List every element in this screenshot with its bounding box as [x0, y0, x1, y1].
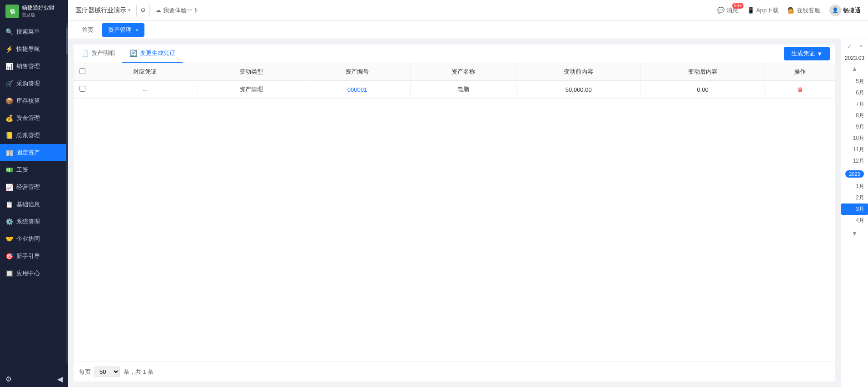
year-badge[interactable]: 2023	[845, 170, 863, 178]
collapse-icon[interactable]: ◀	[57, 375, 63, 383]
tab-close-icon[interactable]: ×	[135, 27, 138, 33]
guide-icon: 🎯	[5, 253, 13, 260]
tab-asset-management[interactable]: 资产管理 ×	[102, 23, 144, 37]
sidebar-item-sales[interactable]: 📊 销售管理	[0, 58, 68, 75]
sidebar-item-purchase[interactable]: 🛒 采购管理	[0, 75, 68, 92]
tab-home[interactable]: 首页	[75, 23, 100, 37]
month-2[interactable]: 2月	[841, 192, 868, 203]
sidebar-item-label: 基础信息	[16, 200, 40, 208]
topbar: 医疗器械行业演示 ▾ ⚙ ☁ 我要体验一下 💬 消息 99+ 📱 App下载 💁…	[68, 0, 868, 21]
panel-close-button[interactable]: ×	[856, 41, 866, 51]
sidebar-item-label: 库存核算	[16, 97, 40, 105]
month-6[interactable]: 6月	[841, 87, 868, 99]
row-before: 50,000.00	[516, 81, 640, 99]
month-4[interactable]: 4月	[841, 215, 868, 226]
experience-label: 我要体验一下	[163, 6, 198, 15]
sidebar-item-guide[interactable]: 🎯 新手引导	[0, 248, 68, 265]
app-download-label: App下载	[756, 6, 779, 15]
settings-bottom-icon[interactable]: ⚙	[5, 375, 12, 383]
page-content: 📄 资产明细 🔄 变更生成凭证 生成凭证 ▼	[68, 39, 868, 387]
search-icon: 🔍	[5, 28, 13, 35]
per-page-label: 每页	[79, 368, 91, 376]
table-row: -- 资产清理 000001 电脑 50,000.00 0.00 🗑	[74, 81, 835, 99]
month-3[interactable]: 3月	[841, 203, 868, 215]
month-12[interactable]: 12月	[841, 155, 868, 167]
inner-tab-row: 📄 资产明细 🔄 变更生成凭证	[74, 45, 183, 63]
month-9[interactable]: 9月	[841, 121, 868, 133]
tabs-bar: 首页 资产管理 ×	[68, 21, 868, 39]
row-change-type: 资产清理	[198, 81, 304, 99]
month-1[interactable]: 1月	[841, 181, 868, 192]
sidebar-item-quick-nav[interactable]: ⚡ 快捷导航	[0, 40, 68, 58]
col-voucher: 对应凭证	[92, 63, 198, 81]
sidebar-item-label: 工资	[16, 166, 28, 174]
month-10[interactable]: 10月	[841, 133, 868, 144]
pagination: 每页 10 20 50 100 条，共 1 条	[74, 362, 835, 382]
sidebar-item-label: 应用中心	[16, 269, 40, 278]
sidebar-item-fixed-assets[interactable]: 🏢 固定资产	[0, 144, 68, 161]
sidebar-item-search[interactable]: 🔍 搜索菜单	[0, 23, 68, 40]
generate-voucher-button[interactable]: 生成凭证 ▼	[784, 47, 830, 60]
scroll-down-arrow[interactable]: ▼	[850, 228, 860, 239]
sidebar-item-funds[interactable]: 💰 资金管理	[0, 109, 68, 127]
sidebar-item-base-info[interactable]: 📋 基础信息	[0, 196, 68, 213]
panel-expand-button[interactable]: ⤢	[844, 41, 854, 51]
col-change-type: 变动类型	[198, 63, 304, 81]
company-selector[interactable]: 医疗器械行业演示 ▾	[75, 6, 131, 15]
sidebar-item-app-center[interactable]: 🔲 应用中心	[0, 265, 68, 282]
month-5[interactable]: 5月	[841, 76, 868, 87]
sidebar-item-operations[interactable]: 📈 经营管理	[0, 179, 68, 196]
asset-table: 对应凭证 变动类型 资产编号 资产名称 变动前内容 变动后内容 操作	[74, 63, 835, 99]
select-all-checkbox[interactable]	[79, 68, 85, 74]
generate-dropdown-arrow: ▼	[817, 50, 823, 57]
sales-icon: 📊	[5, 63, 13, 70]
experience-button[interactable]: ☁ 我要体验一下	[155, 6, 198, 15]
sidebar-item-label: 资金管理	[16, 114, 40, 122]
month-8[interactable]: 8月	[841, 110, 868, 121]
topbar-settings-button[interactable]: ⚙	[136, 4, 150, 17]
sidebar-item-cooperation[interactable]: 🤝 企业协同	[0, 230, 68, 248]
generate-voucher-label: 生成凭证	[791, 50, 815, 58]
logo-icon: 畅	[5, 5, 19, 18]
per-page-select[interactable]: 10 20 50 100	[94, 367, 120, 377]
sidebar-item-system[interactable]: ⚙️ 系统管理	[0, 213, 68, 230]
sidebar-item-salary[interactable]: 💵 工资	[0, 161, 68, 179]
scroll-up-arrow[interactable]: ▲	[850, 63, 860, 74]
logo-subtitle: 普及版	[22, 12, 55, 18]
app-center-icon: 🔲	[5, 270, 13, 277]
row-voucher: --	[92, 81, 198, 99]
row-asset-code: 000001	[304, 81, 411, 99]
tab-change-voucher-label: 变更生成凭证	[140, 49, 175, 57]
month-11[interactable]: 11月	[841, 144, 868, 155]
sidebar-item-inventory[interactable]: 📦 库存核算	[0, 92, 68, 109]
customer-service-button[interactable]: 💁 在线客服	[788, 6, 820, 15]
sidebar-item-label: 采购管理	[16, 79, 40, 88]
sidebar-item-label: 企业协同	[16, 235, 40, 243]
cooperation-icon: 🤝	[5, 235, 13, 243]
message-button[interactable]: 💬 消息 99+	[717, 6, 738, 15]
sidebar-scrollbar-thumb	[66, 27, 68, 55]
fixed-assets-icon: 🏢	[5, 149, 13, 156]
avatar: 👤	[829, 5, 841, 16]
sidebar-scrollbar[interactable]	[66, 23, 68, 364]
tab-home-label: 首页	[82, 26, 94, 33]
year-section-prev: 5月 6月 7月 8月 9月 10月 11月 12月	[841, 74, 868, 169]
month-7[interactable]: 7月	[841, 99, 868, 110]
user-profile[interactable]: 👤 畅捷通	[829, 5, 861, 16]
row-action: 🗑	[765, 81, 835, 99]
tab-change-voucher[interactable]: 🔄 变更生成凭证	[122, 45, 183, 63]
delete-row-button[interactable]: 🗑	[797, 86, 803, 93]
inner-tabs-toolbar: 📄 资产明细 🔄 变更生成凭证 生成凭证 ▼	[74, 45, 835, 63]
row-checkbox[interactable]	[79, 86, 85, 92]
sidebar-item-label: 搜索菜单	[16, 28, 40, 36]
quick-nav-icon: ⚡	[5, 45, 13, 53]
sidebar-item-label: 固定资产	[16, 149, 40, 157]
main-area: 医疗器械行业演示 ▾ ⚙ ☁ 我要体验一下 💬 消息 99+ 📱 App下载 💁…	[68, 0, 868, 387]
tab-asset-detail[interactable]: 📄 资产明细	[74, 45, 122, 63]
company-dropdown-arrow: ▾	[128, 7, 131, 13]
sidebar-item-ledger[interactable]: 📒 总账管理	[0, 127, 68, 144]
base-info-icon: 📋	[5, 201, 13, 208]
app-download-button[interactable]: 📱 App下载	[747, 6, 779, 15]
user-name: 畅捷通	[843, 6, 861, 15]
table-body: -- 资产清理 000001 电脑 50,000.00 0.00 🗑	[74, 81, 835, 99]
